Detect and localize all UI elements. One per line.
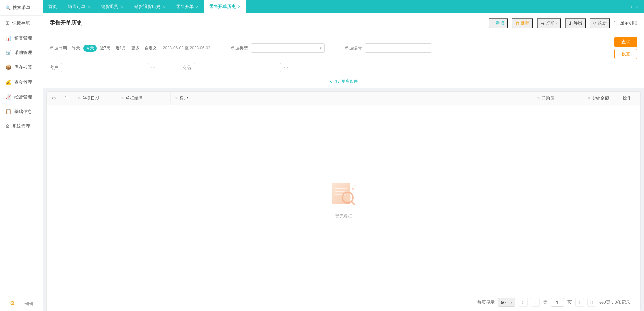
sort-order-icon: ⇅ bbox=[121, 96, 124, 100]
goods-input[interactable] bbox=[194, 63, 281, 72]
tab-sales-order-label: 销售订单 bbox=[68, 4, 85, 10]
col-gear[interactable]: ⚙ bbox=[47, 92, 61, 105]
delete-button[interactable]: 🗑 删除 bbox=[512, 18, 533, 28]
window-maximize[interactable]: □ bbox=[632, 4, 634, 9]
table-body: 暂无数据 bbox=[47, 105, 640, 294]
order-type-filter: 单据类型 bbox=[231, 43, 325, 53]
sidebar-item-sys-mgmt[interactable]: ⚙ 系统管理 bbox=[0, 119, 43, 134]
tab-sales-return[interactable]: 销货退货 ✕ bbox=[96, 0, 129, 13]
col-date-label: 单据日期 bbox=[82, 95, 99, 101]
col-amount-label: 实销金额 bbox=[592, 95, 609, 101]
next-page-button[interactable]: ⟩ bbox=[575, 298, 584, 307]
tab-sales-order[interactable]: 销售订单 ✕ bbox=[62, 0, 96, 13]
print-button[interactable]: 🖨 打印 ▾ bbox=[537, 18, 561, 28]
sidebar-search-label: 搜索采单 bbox=[13, 5, 30, 11]
sidebar-item-inventory[interactable]: 📦 库存核算 bbox=[0, 60, 43, 75]
customer-filter: 客户 ··· bbox=[50, 63, 155, 72]
filter-area: 单据日期 昨天 今天 近7天 近1月 更多 自定义 2023-06-02 至 2… bbox=[50, 33, 637, 88]
date-range-text: 2023-06-02 至 2023-06-02 bbox=[163, 45, 210, 51]
order-num-input[interactable] bbox=[365, 43, 432, 53]
sidebar-search[interactable]: 🔍 搜索采单 bbox=[0, 0, 43, 16]
print-label: 打印 bbox=[546, 20, 555, 26]
customer-input[interactable] bbox=[61, 63, 148, 72]
order-type-select[interactable] bbox=[251, 43, 325, 53]
prev-page-button[interactable]: ⟨ bbox=[531, 298, 540, 307]
sidebar-item-purchase-mgmt[interactable]: 🛒 采购管理 bbox=[0, 45, 43, 60]
cart-icon: 🛒 bbox=[5, 50, 12, 56]
page-header: 零售开单历史 + 新增 🗑 删除 🖨 打印 ▾ ⤓ 导出 bbox=[43, 13, 644, 88]
gear-col-icon: ⚙ bbox=[52, 96, 56, 101]
page-size-select[interactable]: 10 20 50 100 bbox=[498, 298, 515, 307]
sidebar: 🔍 搜索采单 ⊞ 快捷导航 📊 销售管理 🛒 采购管理 📦 库存核算 💰 资金管… bbox=[0, 0, 43, 311]
date-filter-label: 单据日期 bbox=[50, 45, 67, 51]
tab-sales-return-history[interactable]: 销货退货历史 ✕ bbox=[129, 0, 171, 13]
tab-retail-open-label: 零售开单 bbox=[176, 4, 194, 10]
date-filter: 单据日期 昨天 今天 近7天 近1月 更多 自定义 2023-06-02 至 2… bbox=[50, 45, 210, 52]
export-button[interactable]: ⤓ 导出 bbox=[565, 18, 586, 28]
tab-sales-order-close[interactable]: ✕ bbox=[87, 5, 90, 9]
date-btn-7days[interactable]: 近7天 bbox=[98, 45, 112, 52]
settings-bottom-icon[interactable]: ⚙ bbox=[10, 300, 15, 306]
window-close[interactable]: × bbox=[636, 4, 639, 9]
refresh-button[interactable]: ↺ 刷新 bbox=[590, 18, 610, 28]
date-btn-yesterday[interactable]: 昨天 bbox=[70, 45, 82, 52]
col-amount[interactable]: ⇅ 实销金额 bbox=[573, 92, 613, 105]
date-btn-1month[interactable]: 近1月 bbox=[114, 45, 128, 52]
refresh-icon: ↺ bbox=[593, 21, 597, 26]
settings-button[interactable]: 设置 bbox=[614, 49, 637, 59]
tab-sales-return-history-close[interactable]: ✕ bbox=[162, 5, 165, 9]
tab-retail-open-history[interactable]: 零售开单历史 ✕ bbox=[204, 0, 246, 13]
date-btn-today[interactable]: 今天 bbox=[83, 45, 97, 52]
col-checkbox[interactable] bbox=[61, 92, 73, 105]
tab-home-label: 首页 bbox=[48, 4, 57, 10]
tab-retail-open-history-close[interactable]: ✕ bbox=[238, 5, 241, 9]
export-icon: ⤓ bbox=[568, 21, 572, 26]
window-minimize[interactable]: − bbox=[627, 4, 630, 9]
col-date[interactable]: ⇅ 单据日期 bbox=[73, 92, 117, 105]
page-word: 第 bbox=[543, 299, 547, 305]
svg-rect-1 bbox=[335, 188, 347, 189]
add-button[interactable]: + 新增 bbox=[489, 18, 508, 28]
money-icon: 💰 bbox=[5, 79, 12, 85]
collapse-icon[interactable]: ◀◀ bbox=[24, 300, 33, 306]
svg-point-7 bbox=[352, 188, 354, 190]
tab-retail-open-close[interactable]: ✕ bbox=[196, 5, 199, 9]
display-detail-checkbox[interactable] bbox=[614, 21, 618, 25]
date-btn-more[interactable]: 更多 bbox=[129, 45, 141, 52]
tab-sales-return-close[interactable]: ✕ bbox=[120, 5, 123, 9]
tab-retail-open-history-label: 零售开单历史 bbox=[209, 4, 236, 10]
collapse-filter-row[interactable]: ∧ 收起更多条件 bbox=[50, 76, 637, 88]
sidebar-item-quick-nav[interactable]: ⊞ 快捷导航 bbox=[0, 16, 43, 31]
sidebar-item-operations[interactable]: 📈 经营管理 bbox=[0, 90, 43, 104]
col-customer[interactable]: ⇅ 客户 bbox=[171, 92, 533, 105]
page-title: 零售开单历史 bbox=[50, 20, 82, 27]
gear-icon: ⚙ bbox=[5, 123, 10, 129]
first-page-button[interactable]: ⟨⟨ bbox=[519, 298, 528, 307]
tab-retail-open[interactable]: 零售开单 ✕ bbox=[171, 0, 204, 13]
page-input[interactable]: 1 bbox=[551, 298, 564, 307]
date-filter-buttons: 昨天 今天 近7天 近1月 更多 自定义 bbox=[70, 45, 159, 52]
sidebar-item-sales-mgmt[interactable]: 📊 销售管理 bbox=[0, 31, 43, 45]
customer-label: 客户 bbox=[50, 65, 58, 71]
sidebar-item-finance[interactable]: 💰 资金管理 bbox=[0, 75, 43, 90]
last-page-button[interactable]: ⟩⟩ bbox=[587, 298, 596, 307]
sidebar-item-label: 销售管理 bbox=[14, 35, 32, 41]
order-type-select-wrap bbox=[251, 43, 325, 53]
empty-text: 暂无数据 bbox=[335, 213, 352, 219]
trash-icon: 🗑 bbox=[515, 21, 519, 26]
col-order-num[interactable]: ⇅ 单据编号 bbox=[117, 92, 171, 105]
tab-home[interactable]: 首页 bbox=[43, 0, 62, 13]
customer-dots[interactable]: ··· bbox=[151, 65, 155, 70]
select-all-checkbox[interactable] bbox=[65, 96, 69, 100]
display-detail-toggle[interactable]: 显示明细 bbox=[614, 20, 637, 26]
date-btn-custom[interactable]: 自定义 bbox=[143, 45, 159, 52]
delete-label: 删除 bbox=[521, 20, 530, 26]
query-button[interactable]: 查询 bbox=[614, 37, 637, 47]
toolbar: + 新增 🗑 删除 🖨 打印 ▾ ⤓ 导出 ↺ bbox=[489, 18, 637, 28]
col-guide[interactable]: ⇅ 导购员 bbox=[533, 92, 573, 105]
sidebar-item-label: 经营管理 bbox=[14, 94, 32, 100]
sidebar-item-label: 基础信息 bbox=[14, 109, 32, 115]
sort-customer-icon: ⇅ bbox=[175, 96, 178, 100]
goods-dots[interactable]: ··· bbox=[284, 65, 288, 70]
sidebar-item-basic-info[interactable]: 📋 基础信息 bbox=[0, 104, 43, 119]
